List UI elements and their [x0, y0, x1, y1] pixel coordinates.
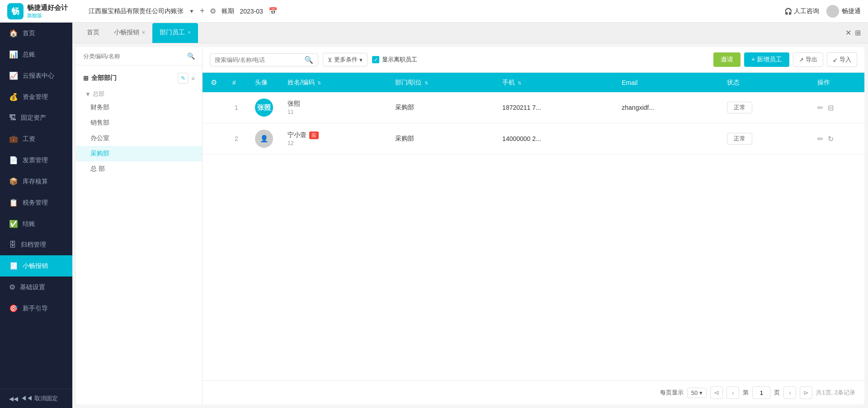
dept-edit-button[interactable]: ✎	[178, 73, 189, 84]
expense-icon: 🧾	[9, 262, 18, 270]
row-1-email: zhangxidf...	[614, 92, 720, 123]
row-1-phone: 18720211 7...	[495, 92, 614, 123]
row-2-tag: 应	[309, 131, 319, 139]
app-edition: 旗舰版	[27, 12, 68, 19]
import-button[interactable]: ↙ 导入	[827, 52, 857, 67]
avatar-circle: 张照	[255, 98, 273, 117]
pagination: 每页显示 50 ▾ ⊲ ‹ 第 页 › ⊳ 共1页, 2条记录	[203, 380, 864, 404]
employee-search-icon[interactable]: 🔍	[304, 56, 313, 64]
company-dropdown-button[interactable]: ▼	[189, 8, 194, 14]
user-area[interactable]: 畅捷通	[826, 5, 861, 18]
dept-item-finance[interactable]: 财务部	[76, 100, 202, 115]
row-1-edit-icon[interactable]: ✏	[817, 103, 823, 112]
show-resigned-checkbox[interactable]: ✓ 显示离职员工	[372, 56, 417, 64]
tab-bar: 首页 小畅报销 × 部门员工 × ✕ ⊞	[72, 23, 868, 43]
export-button[interactable]: ↗ 导出	[793, 52, 823, 67]
dept-item-sales[interactable]: 销售部	[76, 115, 202, 131]
tab-employees-close[interactable]: ×	[188, 29, 191, 36]
more-conditions-button[interactable]: ⊻ 更多条件 ▾	[323, 53, 368, 66]
column-setting-icon[interactable]: ⚙	[211, 79, 217, 86]
col-phone-sort[interactable]: 手机 ⇅	[495, 73, 614, 92]
expand-window-button[interactable]: ⊞	[855, 28, 861, 37]
sidebar-item-reports[interactable]: 📈 云报表中心	[0, 65, 72, 86]
prev-page-button[interactable]: ‹	[726, 386, 739, 399]
page-label-pre: 第	[743, 389, 749, 397]
dept-collapse-button[interactable]: «	[191, 75, 195, 82]
app-name: 畅捷通好会计	[27, 4, 68, 12]
row-2-email	[614, 123, 720, 155]
toolbar-right: 邀请 + 新增员工 ↗ 导出 ↙ 导入	[713, 52, 857, 67]
reports-icon: 📈	[9, 71, 18, 80]
unpin-button[interactable]: ◀◀ ◀◀ 取消固定	[0, 389, 72, 408]
import-icon: ↙	[833, 56, 838, 63]
per-page-select[interactable]: 50 ▾	[687, 388, 707, 398]
row-1-actions: ✏ ⊟	[810, 92, 864, 123]
salary-icon: 💼	[9, 135, 18, 143]
name-sort-icon: ⇅	[317, 80, 321, 85]
calendar-button[interactable]: 📅	[269, 7, 278, 15]
company-settings-button[interactable]: ⚙	[210, 7, 216, 15]
sidebar-item-inventory[interactable]: 📦 库存核算	[0, 171, 72, 192]
sidebar-item-home[interactable]: 🏠 首页	[0, 23, 72, 44]
page-label-post: 页	[774, 389, 780, 397]
sidebar-item-settings[interactable]: ⚙ 基础设置	[0, 277, 72, 298]
dept-item-office[interactable]: 办公室	[76, 131, 202, 146]
sidebar-item-guide[interactable]: 🎯 新手引导	[0, 298, 72, 319]
dept-sort-icon: ⇅	[425, 80, 428, 85]
add-employee-button[interactable]: + 新增员工	[744, 52, 789, 67]
tab-expense[interactable]: 小畅报销 ×	[107, 23, 152, 43]
sidebar-item-general-ledger[interactable]: 📊 总账	[0, 44, 72, 65]
service-button[interactable]: 🎧 人工咨询	[784, 7, 819, 15]
header-right: 🎧 人工咨询 畅捷通	[784, 5, 861, 18]
sidebar-item-funds[interactable]: 💰 资金管理	[0, 86, 72, 108]
phone-sort-icon: ⇅	[518, 80, 521, 85]
col-name-sort[interactable]: 姓名/编码 ⇅	[280, 73, 388, 92]
current-page-input[interactable]	[752, 386, 770, 399]
row-1-num: 1	[225, 92, 248, 123]
period-value: 2023-03	[240, 8, 263, 15]
first-page-button[interactable]: ⊲	[710, 386, 723, 399]
sidebar-item-invoice[interactable]: 📄 发票管理	[0, 150, 72, 171]
row-1-status: 正常	[720, 92, 810, 123]
employee-table-area: ⚙ # 头像 姓名/编码 ⇅	[203, 73, 864, 380]
per-page-dropdown-icon: ▾	[699, 389, 703, 396]
sidebar-item-closing[interactable]: ✅ 结账	[0, 213, 72, 234]
tab-home[interactable]: 首页	[80, 23, 107, 43]
last-page-button[interactable]: ⊳	[800, 386, 812, 399]
next-page-button[interactable]: ›	[783, 386, 796, 399]
all-departments-header[interactable]: ⊞ 全部部门 ✎ «	[76, 69, 202, 87]
employee-search-input[interactable]	[215, 56, 302, 63]
sidebar-item-tax[interactable]: 📋 税务管理	[0, 192, 72, 213]
filter-dropdown-icon: ▾	[359, 56, 363, 63]
tab-employees[interactable]: 部门员工 ×	[152, 23, 198, 43]
archive-icon: 🗄	[9, 241, 16, 249]
main-layout: 🏠 首页 📊 总账 📈 云报表中心 💰 资金管理 🏗 固定资产 💼 工资 📄 发…	[0, 23, 868, 408]
ledger-icon: 📊	[9, 50, 18, 59]
table-row: 2 👤 宁小壹 应	[203, 123, 864, 155]
dept-search-icon[interactable]: 🔍	[187, 52, 195, 60]
close-window-button[interactable]: ✕	[845, 28, 851, 37]
col-dept-sort[interactable]: 部门/职位 ⇅	[388, 73, 495, 92]
invite-button[interactable]: 邀请	[713, 52, 741, 67]
avatar-gray: 👤	[255, 130, 273, 148]
add-company-button[interactable]: +	[200, 6, 205, 16]
row-1-logout-icon[interactable]: ⊟	[828, 103, 834, 112]
dept-search-input[interactable]	[83, 53, 184, 60]
status-badge: 正常	[727, 133, 752, 145]
period-label: 账期	[222, 7, 234, 15]
dept-item-purchase[interactable]: 采购部	[76, 146, 202, 161]
row-2-edit-icon[interactable]: ✏	[817, 135, 823, 143]
sidebar-item-fixed-assets[interactable]: 🏗 固定资产	[0, 108, 72, 128]
sidebar-item-archive[interactable]: 🗄 归档管理	[0, 234, 72, 255]
content-area: 首页 小畅报销 × 部门员工 × ✕ ⊞ 🔍	[72, 23, 868, 408]
col-email: Email	[614, 73, 720, 92]
sidebar: 🏠 首页 📊 总账 📈 云报表中心 💰 资金管理 🏗 固定资产 💼 工资 📄 发…	[0, 23, 72, 408]
sidebar-item-salary[interactable]: 💼 工资	[0, 128, 72, 150]
row-1-name-cell: 张熙 11	[280, 92, 388, 123]
col-avatar: 头像	[248, 73, 280, 92]
closing-icon: ✅	[9, 220, 18, 228]
sidebar-item-expense[interactable]: 🧾 小畅报销	[0, 255, 72, 277]
tab-expense-close[interactable]: ×	[142, 29, 145, 36]
dept-item-general[interactable]: 总 部	[76, 161, 202, 177]
row-2-refresh-icon[interactable]: ↻	[828, 135, 834, 143]
